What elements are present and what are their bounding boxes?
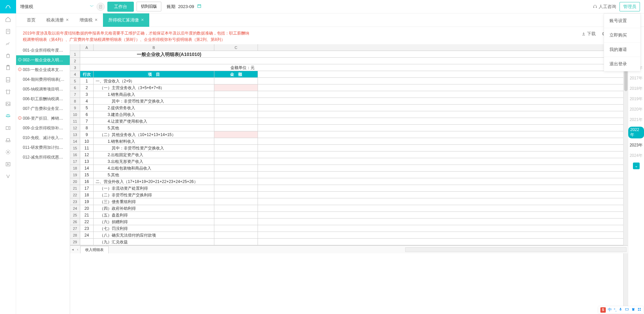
cell-a[interactable]: 24	[80, 232, 94, 238]
close-icon[interactable]: ✕	[95, 18, 98, 22]
row-header[interactable]: 26	[70, 218, 80, 225]
cell-b[interactable]: 4.让渡资产使用权收入	[94, 118, 214, 124]
sheet-nav-first-icon[interactable]: ◂	[70, 247, 75, 252]
cell-a[interactable]: 14	[80, 165, 94, 171]
year-item[interactable]: 2019年	[628, 96, 644, 103]
row-header[interactable]: 25	[70, 212, 80, 218]
cell-a[interactable]: 21	[80, 212, 94, 218]
cell-a[interactable]: 16	[80, 178, 94, 185]
form-item-8[interactable]: 009-企业所得税弥补亏损明...	[16, 123, 70, 133]
calendar-icon[interactable]	[197, 4, 202, 9]
nav-image-icon[interactable]	[0, 98, 16, 110]
sheet-tab-active[interactable]: 收入明细表	[80, 246, 109, 253]
cell-c[interactable]	[214, 205, 258, 211]
cell-b[interactable]: 一、营业收入（2+9）	[94, 78, 214, 84]
cell-a[interactable]: 19	[80, 198, 94, 205]
cell-b[interactable]: （八）确实无法偿付的应付款项	[94, 232, 214, 238]
cell-c[interactable]	[214, 165, 258, 171]
cell-a[interactable]: 7	[80, 118, 94, 124]
row-header[interactable]: 23	[70, 198, 80, 205]
form-item-4[interactable]: 005-纳税调整项目明细表(A1...	[16, 84, 70, 94]
cell-b[interactable]: 5.其他	[94, 125, 214, 131]
cell-b[interactable]: 4.出租包装物和商品收入	[94, 165, 214, 171]
nav-chart-icon[interactable]	[0, 38, 16, 50]
cell-b[interactable]: 其中：非货币性资产交换收入	[94, 145, 214, 151]
cell-b[interactable]: 1.销售材料收入	[94, 138, 214, 144]
col-header-c[interactable]: C	[214, 44, 258, 51]
nav-v-icon[interactable]	[0, 170, 16, 182]
row-header[interactable]: 14	[70, 138, 80, 144]
cell-a[interactable]: 23	[80, 225, 94, 232]
tab-home[interactable]: 首页	[21, 13, 41, 27]
cell-b[interactable]: （七）罚没利得	[94, 225, 214, 232]
horizontal-scrollbar[interactable]	[405, 247, 627, 252]
row-header[interactable]: 1	[70, 51, 80, 57]
cell-c[interactable]	[214, 232, 258, 238]
nav-calc-icon[interactable]	[0, 74, 16, 86]
cell-a[interactable]: 18	[80, 192, 94, 198]
cell-a[interactable]: 15	[80, 172, 94, 178]
cell-b[interactable]: （五）盘盈利得	[94, 212, 214, 218]
vertical-scrollbar[interactable]	[623, 51, 628, 306]
row-header[interactable]: 20	[70, 178, 80, 185]
row-header[interactable]: 21	[70, 185, 80, 191]
cell-b[interactable]: （九）汇兑收益	[94, 239, 214, 245]
cell-b[interactable]: 5.其他	[94, 172, 214, 178]
close-icon[interactable]: ✕	[141, 18, 144, 22]
row-header[interactable]: 22	[70, 192, 80, 198]
nav-play-icon[interactable]	[0, 158, 16, 170]
cell-a[interactable]: 4	[80, 98, 94, 104]
year-item[interactable]: 2021年	[628, 116, 644, 123]
row-header[interactable]: 9	[70, 105, 80, 111]
admin-button[interactable]: 管理员	[620, 2, 640, 11]
year-item[interactable]: 2020年	[628, 106, 644, 113]
cell-c[interactable]	[214, 192, 258, 198]
menu-logout[interactable]: 退出登录	[604, 57, 640, 71]
cell-c[interactable]	[214, 225, 258, 232]
cell-c[interactable]	[214, 185, 258, 191]
row-header[interactable]: 27	[70, 225, 80, 232]
cell-a[interactable]: 8	[80, 125, 94, 131]
row-header[interactable]: 24	[70, 205, 80, 211]
form-item-6[interactable]: 007-广告费和业务宣传费跨...	[16, 104, 70, 114]
cell-c[interactable]	[214, 111, 258, 118]
workbench-button[interactable]: 工作台	[107, 2, 134, 12]
menu-account-settings[interactable]: 账号设置	[604, 14, 640, 28]
cell-b[interactable]: 二、营业外收入（17+18+19+20+21+22+23+24+25+26）	[94, 178, 214, 185]
cell-b[interactable]: （三）债务重组利得	[94, 198, 214, 205]
ime-lang[interactable]: 中	[608, 307, 612, 313]
cell-c[interactable]	[214, 239, 258, 245]
cell-c[interactable]	[214, 91, 258, 98]
cell-a[interactable]	[80, 239, 94, 245]
col-header-b[interactable]: B	[94, 44, 214, 51]
row-header[interactable]: 18	[70, 165, 80, 171]
row-header[interactable]: 13	[70, 131, 80, 138]
cell-c[interactable]	[214, 212, 258, 218]
ime-skin-icon[interactable]	[631, 307, 635, 312]
tab-income-tax[interactable]: 所得税汇算清缴✕	[103, 13, 149, 27]
nav-shirt-icon[interactable]	[0, 86, 16, 98]
cell-c[interactable]	[214, 172, 258, 178]
cell-a[interactable]: 2	[80, 84, 94, 91]
ime-mic-icon[interactable]	[619, 307, 623, 312]
ime-logo-icon[interactable]: S	[600, 307, 606, 313]
form-item-11[interactable]: 012-减免所得税优惠明细表(...	[16, 152, 70, 162]
cell-c[interactable]	[214, 198, 258, 205]
row-header[interactable]: 6	[70, 84, 80, 91]
cell-a[interactable]: 13	[80, 158, 94, 165]
doc-round-button[interactable]	[97, 3, 105, 11]
download-button[interactable]: 下载	[582, 31, 596, 37]
cell-c[interactable]	[214, 145, 258, 151]
row-header[interactable]: 7	[70, 91, 80, 98]
sheet-body[interactable]: 1一般企业收入明细表(A101010)23金额单位：元4行次项 目金 额51一、…	[70, 51, 628, 245]
ime-keyboard-icon[interactable]	[625, 307, 629, 312]
nav-home-icon[interactable]	[0, 13, 16, 25]
cell-a[interactable]: 9	[80, 131, 94, 138]
cell-c[interactable]	[214, 118, 258, 124]
form-item-9[interactable]: 010-免税、减计收入及加计...	[16, 133, 70, 143]
row-header[interactable]: 28	[70, 232, 80, 238]
row-header[interactable]: 16	[70, 151, 80, 158]
form-item-5[interactable]: 006-职工薪酬纳税调整明细...	[16, 94, 70, 104]
cell-c[interactable]	[214, 218, 258, 225]
row-header[interactable]: 12	[70, 125, 80, 131]
